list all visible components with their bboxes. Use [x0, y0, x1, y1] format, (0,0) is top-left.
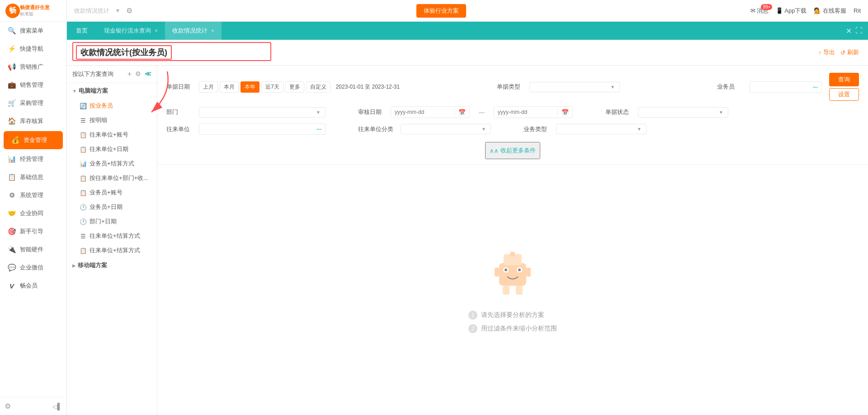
date-btn-this-year[interactable]: 本年	[241, 81, 259, 93]
quick-nav-icon: ⚡	[7, 44, 16, 53]
doc-type-select[interactable]: ▼	[529, 82, 620, 92]
by-unit-account-icon: 📋	[80, 131, 87, 138]
scheme-item-by-salesman-settle[interactable]: 📊 业务员+结算方式	[67, 156, 157, 171]
by-dept-date-icon: 🕐	[80, 218, 87, 225]
tabbar-right: ✕ ⛶	[846, 27, 868, 35]
sidebar-item-search-menu[interactable]: 🔍 搜索菜单	[0, 22, 66, 40]
audit-date-start-input[interactable]: 📅	[391, 106, 470, 118]
tab-bank-flow-close[interactable]: ×	[155, 28, 158, 34]
svg-rect-2	[510, 252, 515, 256]
query-btn[interactable]: 查询	[829, 73, 859, 86]
sidebar-settings-icon[interactable]: ⚙	[5, 402, 11, 410]
sidebar-item-member[interactable]: V 畅会员	[0, 277, 66, 295]
scheme-settings-icon[interactable]: ⚙	[135, 70, 141, 78]
collapse-more-btn[interactable]: ∧∧ 收起更多条件	[485, 142, 540, 159]
sidebar: 畅 畅捷通好生意 标准版 🔍 搜索菜单 ⚡ 快捷导航 📢 营销推广 💼 销售管理…	[0, 0, 67, 415]
sidebar-item-warehouse[interactable]: 🏠 库存核算	[0, 112, 66, 130]
refresh-icon: ↺	[840, 49, 845, 56]
tab-bank-flow[interactable]: 现金银行流水查询 ×	[97, 22, 165, 40]
sidebar-footer: ⚙ ◁▌	[0, 397, 66, 415]
add-scheme-icon[interactable]: +	[127, 70, 132, 78]
date-btn-last-month[interactable]: 上月	[199, 81, 218, 93]
business-type-label: 业务类型	[524, 125, 549, 133]
date-btn-more[interactable]: 更多	[285, 81, 304, 93]
page-actions: ↑ 导出 ↺ 刷新	[819, 48, 859, 57]
sidebar-item-operation[interactable]: 📊 经营管理	[0, 150, 66, 168]
dept-select[interactable]: ▼	[199, 107, 326, 118]
filter-row-2: 部门 ▼ 审核日期 📅 —	[166, 106, 859, 118]
sidebar-item-quick-nav[interactable]: ⚡ 快捷导航	[0, 40, 66, 58]
sidebar-item-system[interactable]: ⚙ 系统管理	[0, 186, 66, 204]
doc-status-label: 单据状态	[605, 108, 631, 116]
scheme-item-by-salesman-date[interactable]: 🕐 业务员+日期	[67, 200, 157, 214]
purchase-icon: 🛒	[7, 99, 16, 108]
sidebar-item-basic[interactable]: 📋 基础信息	[0, 168, 66, 186]
scheme-item-by-unit-settle1[interactable]: ☰ 往来单位+结算方式	[67, 229, 157, 243]
date-range-display: 2023-01-01 至 2023-12-31	[336, 83, 400, 91]
sidebar-item-sales[interactable]: 💼 销售管理	[0, 76, 66, 94]
user-name[interactable]: Rit	[854, 7, 861, 14]
page-title: 收款情况统计(按业务员)	[76, 45, 172, 60]
sidebar-item-marketing[interactable]: 📢 营销推广	[0, 58, 66, 76]
right-panel: 单据日期 上月 本月 本年 近7天 更多 自定义 2023-01-01 至 20…	[157, 66, 868, 415]
refresh-btn[interactable]: ↺ 刷新	[840, 48, 859, 57]
scheme-item-by-unit-account[interactable]: 📋 往来单位+账号	[67, 127, 157, 142]
audit-date-end-input[interactable]: 📅	[494, 106, 573, 118]
tab-collection[interactable]: 收款情况统计 ×	[165, 22, 222, 40]
page-content: 收款情况统计(按业务员) ↑ 导出 ↺ 刷新 按以下方案查询 +	[67, 40, 868, 415]
date-btn-custom[interactable]: 自定义	[306, 81, 330, 93]
message-badge[interactable]: ✉ 消息 99+	[750, 7, 769, 15]
audit-date-start-field[interactable]	[391, 107, 454, 118]
counterpart-input[interactable]: ···	[199, 123, 326, 135]
doc-status-select[interactable]: ▼	[638, 107, 728, 118]
calendar-start-icon[interactable]: 📅	[454, 109, 469, 116]
export-btn[interactable]: ↑ 导出	[819, 48, 835, 57]
tab-collection-close[interactable]: ×	[211, 28, 214, 34]
salesman-more-icon[interactable]: ···	[813, 84, 818, 90]
sidebar-item-purchase[interactable]: 🛒 采购管理	[0, 94, 66, 112]
tab-fullscreen-icon[interactable]: ⛶	[855, 27, 863, 35]
app-download[interactable]: 📱 App下载	[776, 7, 807, 15]
main-content: 收款情况统计 ▼ ⚙ 体验行业方案 ✉ 消息 99+ 📱 App下载 💁 在线客…	[67, 0, 868, 415]
salesman-label: 业务员	[717, 83, 742, 91]
tab-home[interactable]: 首页	[67, 22, 97, 40]
calendar-end-icon[interactable]: 📅	[557, 109, 572, 116]
scheme-item-by-detail[interactable]: ☰ 按明细	[67, 113, 157, 127]
system-icon: ⚙	[7, 191, 16, 200]
logo-area: 畅 畅捷通好生意 标准版	[0, 0, 66, 22]
business-type-select[interactable]: ▼	[556, 124, 646, 134]
settings-btn[interactable]: 设置	[829, 88, 859, 101]
date-btn-this-month[interactable]: 本月	[220, 81, 239, 93]
topbar-gear-icon[interactable]: ⚙	[126, 6, 132, 15]
audit-date-end-field[interactable]	[494, 107, 557, 118]
mobile-section-title[interactable]: ▶ 移动端方案	[67, 258, 157, 273]
scheme-item-by-salesman-account[interactable]: 📋 业务员+账号	[67, 185, 157, 200]
counterpart-category-arrow-icon: ▼	[481, 127, 486, 132]
scheme-item-by-unit-date[interactable]: 📋 往来单位+日期	[67, 142, 157, 156]
desktop-section-title[interactable]: ▼ 电脑端方案	[67, 83, 157, 99]
counterpart-category-select[interactable]: ▼	[401, 124, 491, 134]
scheme-item-by-unit-settle2[interactable]: 📋 往来单位+结算方式	[67, 243, 157, 258]
tab-close-all-icon[interactable]: ✕	[846, 27, 852, 35]
trial-btn[interactable]: 体验行业方案	[416, 4, 466, 18]
counterpart-more-icon[interactable]: ···	[316, 126, 321, 132]
scheme-item-by-dept-date[interactable]: 🕐 部门+日期	[67, 214, 157, 229]
scheme-item-by-salesman[interactable]: 🔄 按业务员	[67, 99, 157, 113]
salesman-select[interactable]: ···	[750, 81, 822, 93]
date-btn-7days[interactable]: 近7天	[261, 81, 283, 93]
doc-type-label: 单据类型	[497, 83, 522, 91]
empty-tip-2: 2 用过滤条件来缩小分析范围	[468, 324, 557, 333]
sidebar-item-finance[interactable]: 💰 资金管理	[4, 131, 63, 149]
sidebar-collapse-icon[interactable]: ◁▌	[52, 403, 62, 410]
doc-status-arrow-icon: ▼	[719, 110, 723, 115]
collapse-row: ∧∧ 收起更多条件	[166, 140, 859, 161]
sidebar-item-wechat[interactable]: 💬 企业微信	[0, 259, 66, 277]
scheme-item-by-unit-dept-collect[interactable]: 📋 按往来单位+部门+收...	[67, 171, 157, 185]
scheme-collapse-icon[interactable]: ≪	[145, 70, 151, 78]
sidebar-item-guide[interactable]: 🎯 新手引导	[0, 222, 66, 241]
wechat-icon: 💬	[7, 263, 16, 272]
search-menu-icon: 🔍	[7, 26, 16, 35]
sidebar-item-hardware[interactable]: 🔌 智能硬件	[0, 241, 66, 259]
online-service[interactable]: 💁 在线客服	[814, 7, 846, 15]
sidebar-item-enterprise[interactable]: 🤝 企业协同	[0, 204, 66, 222]
